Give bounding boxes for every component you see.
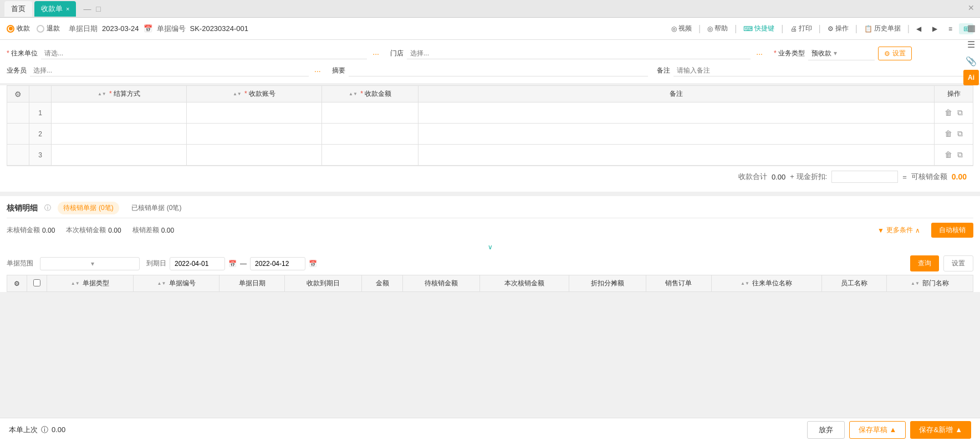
pending-tab[interactable]: 待核销单据 (0笔) — [58, 202, 119, 214]
row1-delete-icon[interactable]: 🗑 — [945, 108, 952, 117]
form-settings-button[interactable]: ⚙ 设置 — [878, 47, 912, 60]
bottom-settings-header[interactable]: ⚙ — [7, 275, 27, 292]
row1-note[interactable] — [418, 102, 935, 124]
row2-settings — [7, 124, 29, 145]
table-settle-header: ▲▼ * 结算方式 — [52, 86, 187, 102]
row2-delete-icon[interactable]: 🗑 — [945, 129, 952, 138]
staff-input[interactable] — [30, 65, 309, 76]
toolbar-video-button[interactable]: ◎ 视频 — [667, 22, 696, 35]
bottom-amount-header: 金额 — [362, 275, 403, 292]
summary-row: 收款合计 0.00 + 现金折扣: = 可核销金额 0.00 — [7, 166, 973, 187]
row3-amount[interactable] — [322, 145, 418, 166]
remark-field: 备注 — [657, 65, 973, 76]
current-label: 本次核销金额 — [66, 225, 106, 235]
date-to-input[interactable] — [250, 257, 305, 270]
bottom-checkbox-header[interactable] — [27, 275, 47, 292]
row1-copy-icon[interactable]: ⧉ — [957, 108, 963, 117]
table-settings-header[interactable]: ⚙ — [7, 86, 29, 102]
save-new-button[interactable]: 保存&新增 ▲ — [910, 421, 971, 439]
tab-close-icon[interactable]: × — [66, 6, 69, 12]
radio-refund-circle — [37, 25, 44, 33]
toolbar-history-button[interactable]: 📋 历史单据 — [860, 22, 905, 35]
doc-date-calendar-icon[interactable]: 📅 — [144, 24, 152, 33]
sidebar-list-icon[interactable]: ☰ — [963, 37, 979, 52]
counterparty-more-button[interactable]: ··· — [370, 49, 381, 58]
amount-sort-icon: ▲▼ — [349, 91, 358, 96]
bottom-verify-header: 本次核销金额 — [480, 275, 569, 292]
save-draft-button[interactable]: 保存草稿 ▲ — [849, 421, 906, 439]
chevron-up-icon: ∧ — [915, 227, 920, 234]
toolbar-list-view-button[interactable]: ≡ — [944, 23, 957, 34]
query-button[interactable]: 查询 — [910, 255, 939, 271]
help-icon: ◎ — [707, 25, 713, 33]
filter-row: 单据范围 ▾ 到期日 📅 — 📅 查询 设置 — [7, 252, 973, 275]
biz-type-select[interactable]: 预收款 ▾ — [808, 47, 875, 60]
staff-more-button[interactable]: ··· — [312, 66, 323, 75]
row3-account[interactable] — [187, 145, 322, 166]
row1-amount[interactable] — [322, 102, 418, 124]
shortcut-icon: ⌨ — [743, 25, 753, 33]
done-tab[interactable]: 已核销单据 (0笔) — [126, 202, 187, 214]
store-more-button[interactable]: ··· — [754, 49, 765, 58]
sep4: | — [819, 24, 821, 34]
toolbar-layout-prev-button[interactable]: ◀ — [912, 23, 926, 34]
calendar-from-icon[interactable]: 📅 — [228, 260, 237, 268]
sidebar-attachment-icon[interactable]: 📎 — [963, 53, 979, 69]
collapse-arrow-icon[interactable]: ∨ — [488, 243, 493, 251]
last-info-icon[interactable]: ⓘ — [41, 425, 48, 435]
row2-settle[interactable] — [52, 124, 187, 145]
row3-num: 3 — [29, 145, 52, 166]
verify-info-icon[interactable]: ⓘ — [44, 203, 51, 213]
toolbar-layout-next-button[interactable]: ▶ — [928, 23, 942, 34]
store-input[interactable] — [407, 48, 751, 59]
window-minimize-button[interactable]: — — [83, 4, 91, 13]
table-note-header: 备注 — [418, 86, 935, 102]
tab-receipt[interactable]: 收款单 × — [34, 1, 76, 17]
auto-verify-button[interactable]: 自动核销 — [931, 223, 973, 238]
remark-input[interactable] — [673, 65, 973, 76]
row2-amount[interactable] — [322, 124, 418, 145]
filter-settings-button[interactable]: 设置 — [943, 255, 973, 271]
toolbar-operate-button[interactable]: ⚙ 操作 — [823, 22, 853, 35]
window-maximize-button[interactable]: □ — [94, 4, 103, 13]
more-filter-button[interactable]: ▼ 更多条件 ∧ — [877, 225, 920, 235]
pending-tab-count: (0笔) — [99, 203, 114, 213]
toolbar-shortcut-button[interactable]: ⌨ 快捷键 — [739, 22, 779, 35]
row3-delete-icon[interactable]: 🗑 — [945, 150, 952, 159]
range-select[interactable]: ▾ — [40, 257, 140, 270]
toolbar-help-button[interactable]: ◎ 帮助 — [703, 22, 732, 35]
window-controls: — □ ✕ — [83, 4, 103, 13]
window-close-button[interactable]: ✕ — [967, 3, 976, 12]
verify-title: 核销明细 — [7, 203, 38, 213]
total-label: 收款合计 — [738, 172, 767, 182]
row2-note[interactable] — [418, 124, 935, 145]
row3-copy-icon[interactable]: ⧉ — [957, 150, 963, 159]
toolbar-print-button[interactable]: 🖨 打印 — [786, 22, 816, 35]
table-amount-header: ▲▼ * 收款金额 — [322, 86, 418, 102]
tab-home[interactable]: 首页 — [4, 1, 32, 17]
row1-account[interactable] — [187, 102, 322, 124]
verify-stats: 未核销金额 0.00 本次核销金额 0.00 核销差额 0.00 ▼ 更多条件 … — [7, 218, 973, 242]
discount-input[interactable] — [831, 171, 898, 183]
radio-receive[interactable]: 收款 — [7, 24, 30, 33]
summary-input[interactable] — [349, 65, 649, 76]
sidebar-ai-icon[interactable]: Ai — [963, 70, 979, 85]
row2-account[interactable] — [187, 124, 322, 145]
date-from-input[interactable] — [170, 257, 225, 270]
toolbar-right: ◎ 视频 | ◎ 帮助 | ⌨ 快捷键 | 🖨 打印 | ⚙ 操作 | 📋 历史… — [667, 22, 973, 35]
row2-copy-icon[interactable]: ⧉ — [957, 129, 963, 138]
docnum-sort-icon: ▲▼ — [157, 281, 166, 286]
row3-settle[interactable] — [52, 145, 187, 166]
sidebar-table-icon[interactable]: ▦ — [963, 20, 979, 35]
discard-button[interactable]: 放弃 — [807, 421, 845, 439]
radio-refund[interactable]: 退款 — [37, 24, 60, 33]
pending-tab-label: 待核销单据 — [63, 203, 96, 213]
table-gear-icon[interactable]: ⚙ — [14, 90, 22, 99]
biz-type-label: 业务类型 — [774, 49, 805, 58]
select-all-checkbox[interactable] — [33, 279, 40, 286]
row3-note[interactable] — [418, 145, 935, 166]
row1-settle[interactable] — [52, 102, 187, 124]
counterparty-label: 往来单位 — [7, 49, 38, 58]
counterparty-input[interactable] — [41, 48, 367, 59]
calendar-to-icon[interactable]: 📅 — [309, 260, 317, 268]
